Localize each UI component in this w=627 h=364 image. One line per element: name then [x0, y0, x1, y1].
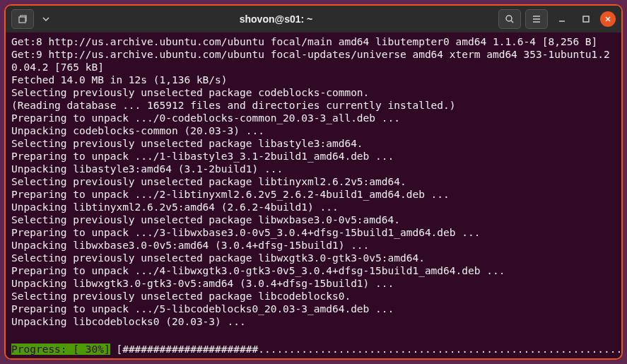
- terminal-line: (Reading database ... 165912 files and d…: [11, 99, 616, 112]
- terminal-line: Unpacking libastyle3:amd64 (3.1-2build1)…: [11, 163, 616, 175]
- terminal-line: Preparing to unpack .../1-libastyle3_3.1…: [11, 150, 616, 163]
- progress-line: Progress: [ 30%] [######################…: [11, 343, 616, 358]
- new-tab-button[interactable]: [11, 9, 34, 29]
- terminal-line: Selecting previously unselected package …: [11, 86, 616, 99]
- menu-button[interactable]: [525, 9, 548, 29]
- hamburger-icon: [532, 14, 541, 24]
- terminal-line: Unpacking libtinyxml2.6.2v5:amd64 (2.6.2…: [11, 201, 616, 213]
- terminal-line: Get:9 http://us.archive.ubuntu.com/ubunt…: [11, 48, 616, 74]
- svg-rect-0: [19, 17, 25, 23]
- terminal-line: Preparing to unpack .../5-libcodeblocks0…: [11, 303, 616, 315]
- terminal-line: Unpacking libcodeblocks0 (20.03-3) ...: [11, 315, 616, 328]
- terminal-line: Fetched 14.0 MB in 12s (1,136 kB/s): [11, 74, 616, 86]
- terminal-line: Unpacking libwxgtk3.0-gtk3-0v5:amd64 (3.…: [11, 277, 616, 290]
- terminal-line: Unpacking codeblocks-common (20.03-3) ..…: [11, 124, 616, 137]
- terminal-line: Selecting previously unselected package …: [11, 252, 616, 264]
- terminal-output: Get:8 http://us.archive.ubuntu.com/ubunt…: [11, 35, 616, 343]
- terminal-line: Preparing to unpack .../4-libwxgtk3.0-gt…: [11, 264, 616, 277]
- chevron-down-icon: [42, 17, 49, 21]
- progress-label: Progress: [ 30%]: [11, 344, 110, 355]
- svg-point-1: [506, 16, 512, 21]
- titlebar-right: [498, 9, 616, 29]
- window-title: shovon@s01: ~: [59, 13, 493, 25]
- dropdown-button[interactable]: [38, 9, 54, 29]
- search-icon: [505, 14, 515, 24]
- titlebar: shovon@s01: ~: [6, 6, 621, 33]
- maximize-button[interactable]: [576, 10, 596, 28]
- progress-bar-filled: ######################: [122, 344, 258, 355]
- terminal-line: Selecting previously unselected package …: [11, 175, 616, 188]
- progress-bar-open: [: [110, 344, 122, 355]
- titlebar-left: [11, 9, 54, 29]
- terminal-line: Preparing to unpack .../2-libtinyxml2.6.…: [11, 188, 616, 201]
- new-tab-icon: [18, 14, 28, 24]
- terminal-line: Get:8 http://us.archive.ubuntu.com/ubunt…: [11, 35, 616, 48]
- close-button[interactable]: [600, 11, 616, 27]
- terminal-line: Preparing to unpack .../0-codeblocks-com…: [11, 112, 616, 124]
- minimize-icon: [558, 15, 566, 23]
- terminal-line: Preparing to unpack .../3-libwxbase3.0-0…: [11, 226, 616, 239]
- maximize-icon: [582, 15, 590, 23]
- svg-rect-7: [583, 16, 589, 22]
- minimize-button[interactable]: [552, 10, 572, 28]
- terminal-line: Selecting previously unselected package …: [11, 213, 616, 226]
- terminal-line: Selecting previously unselected package …: [11, 290, 616, 303]
- terminal-window: shovon@s01: ~: [4, 4, 623, 360]
- terminal-line: Selecting previously unselected package …: [11, 137, 616, 150]
- terminal-line: Unpacking libwxbase3.0-0v5:amd64 (3.0.4+…: [11, 239, 616, 252]
- svg-line-2: [511, 20, 513, 23]
- progress-bar-empty: ........................................…: [258, 344, 621, 355]
- close-icon: [604, 16, 611, 23]
- search-button[interactable]: [498, 9, 521, 29]
- terminal-body[interactable]: Get:8 http://us.archive.ubuntu.com/ubunt…: [6, 33, 621, 358]
